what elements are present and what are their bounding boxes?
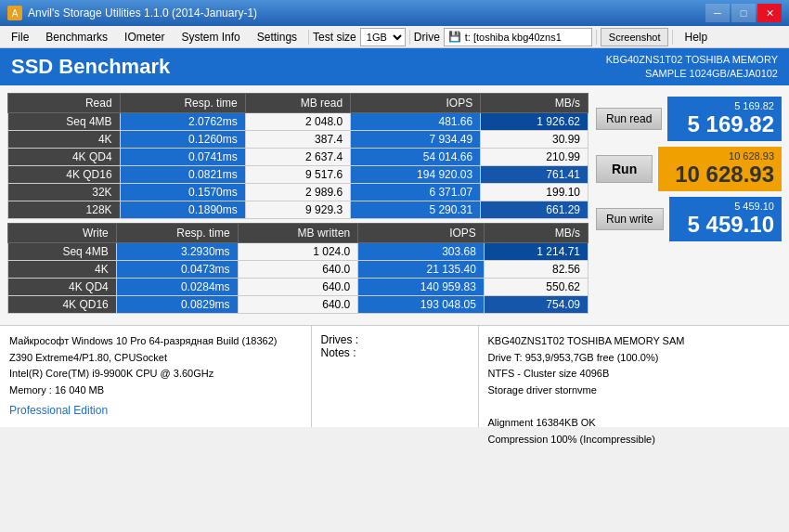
device-info-0: KBG40ZNS1T02 TOSHIBA MEMORY SAM bbox=[488, 333, 781, 350]
separator-4 bbox=[672, 30, 673, 45]
device-info-1: Drive T: 953,9/953,7GB free (100.0%) bbox=[488, 350, 781, 367]
table-row: 4K QD4 0.0284ms 640.0 140 959.83 550.62 bbox=[8, 279, 589, 296]
read-score-large: 5 169.82 bbox=[675, 111, 774, 137]
testsize-group: Test size 1GB bbox=[313, 28, 406, 46]
drives-label: Drives : bbox=[321, 333, 469, 346]
write-score-box: 5 459.10 5 459.10 bbox=[669, 197, 782, 241]
device-info-5: Alignment 16384KB OK bbox=[488, 415, 781, 432]
testsize-label: Test size bbox=[313, 31, 356, 44]
bottom-sysinfo: Майкрософт Windows 10 Pro 64-разрядная B… bbox=[0, 326, 312, 427]
sysinfo-line-0: Майкрософт Windows 10 Pro 64-разрядная B… bbox=[9, 333, 302, 350]
run-write-row: Run write 5 459.10 5 459.10 bbox=[596, 197, 782, 241]
bottom-area: Майкрософт Windows 10 Pro 64-разрядная B… bbox=[0, 325, 789, 427]
write-col-3: IOPS bbox=[358, 224, 485, 243]
menu-bar: File Benchmarks IOmeter System Info Sett… bbox=[0, 26, 789, 48]
run-write-button[interactable]: Run write bbox=[596, 208, 664, 230]
separator-2 bbox=[409, 30, 410, 45]
separator-3 bbox=[596, 30, 597, 45]
window-title: Anvil's Storage Utilities 1.1.0 (2014-Ja… bbox=[28, 6, 257, 19]
read-score-small: 5 169.82 bbox=[675, 100, 774, 111]
table-row: 128K 0.1890ms 9 929.3 5 290.31 661.29 bbox=[8, 201, 589, 219]
write-col-0: Write bbox=[8, 224, 117, 243]
read-col-3: IOPS bbox=[351, 94, 481, 113]
app-icon: A bbox=[7, 6, 22, 20]
run-read-button[interactable]: Run read bbox=[596, 108, 662, 130]
menu-iometer[interactable]: IOmeter bbox=[117, 27, 172, 47]
table-row: Seq 4MB 3.2930ms 1 024.0 303.68 1 214.71 bbox=[8, 243, 589, 261]
write-col-1: Resp. time bbox=[116, 224, 238, 243]
bench-tables: Read Resp. time MB read IOPS MB/s Seq 4M… bbox=[7, 93, 589, 314]
read-score-box: 5 169.82 5 169.82 bbox=[667, 97, 782, 141]
minimize-button[interactable]: ─ bbox=[705, 4, 730, 22]
close-button[interactable]: ✕ bbox=[757, 4, 782, 22]
device-info-4 bbox=[488, 398, 781, 415]
menu-sysinfo[interactable]: System Info bbox=[174, 27, 247, 47]
pro-edition-label: Professional Edition bbox=[9, 402, 302, 420]
read-col-1: Resp. time bbox=[120, 94, 245, 113]
read-col-2: MB read bbox=[245, 94, 350, 113]
run-total-row: Run 10 628.93 10 628.93 bbox=[596, 147, 782, 191]
screenshot-button[interactable]: Screenshot bbox=[601, 28, 669, 46]
drive-select[interactable]: 💾 t: [toshiba kbg40zns1 bbox=[444, 28, 592, 46]
device-line2: SAMPLE 1024GB/AEJA0102 bbox=[606, 67, 778, 81]
write-table: Write Resp. time MB written IOPS MB/s Se… bbox=[7, 223, 589, 314]
right-panel: Run read 5 169.82 5 169.82 Run 10 628.93… bbox=[596, 93, 782, 314]
menu-benchmarks[interactable]: Benchmarks bbox=[38, 27, 115, 47]
bottom-drives-notes: Drives : Notes : bbox=[312, 326, 479, 427]
table-row: Seq 4MB 2.0762ms 2 048.0 481.66 1 926.62 bbox=[8, 113, 589, 131]
drive-icon: 💾 bbox=[448, 31, 461, 43]
total-score-large: 10 628.93 bbox=[666, 162, 774, 188]
separator-1 bbox=[308, 30, 309, 45]
write-col-4: MB/s bbox=[484, 224, 588, 243]
drive-value: t: [toshiba kbg40zns1 bbox=[465, 32, 562, 43]
notes-label: Notes : bbox=[321, 346, 469, 359]
menu-file[interactable]: File bbox=[4, 27, 36, 47]
device-info-3: Storage driver stornvme bbox=[488, 383, 781, 399]
device-info-2: NTFS - Cluster size 4096B bbox=[488, 366, 781, 383]
run-read-row: Run read 5 169.82 5 169.82 bbox=[596, 97, 782, 141]
device-info: KBG40ZNS1T02 TOSHIBA MEMORY SAMPLE 1024G… bbox=[606, 53, 778, 82]
main-content: Read Resp. time MB read IOPS MB/s Seq 4M… bbox=[0, 85, 789, 427]
write-score-large: 5 459.10 bbox=[677, 212, 774, 238]
window-controls[interactable]: ─ □ ✕ bbox=[705, 4, 782, 22]
title-bar: A Anvil's Storage Utilities 1.1.0 (2014-… bbox=[0, 0, 789, 26]
ssd-header: SSD Benchmark KBG40ZNS1T02 TOSHIBA MEMOR… bbox=[0, 48, 789, 85]
write-score-small: 5 459.10 bbox=[677, 201, 774, 212]
maximize-button[interactable]: □ bbox=[731, 4, 756, 22]
table-row: 4K QD16 0.0829ms 640.0 193 048.05 754.09 bbox=[8, 296, 589, 314]
write-col-2: MB written bbox=[238, 224, 358, 243]
table-row: 4K QD4 0.0741ms 2 637.4 54 014.66 210.99 bbox=[8, 149, 589, 166]
table-row: 4K 0.0473ms 640.0 21 135.40 82.56 bbox=[8, 261, 589, 279]
read-table: Read Resp. time MB read IOPS MB/s Seq 4M… bbox=[7, 93, 589, 219]
total-score-small: 10 628.93 bbox=[666, 150, 774, 162]
device-line1: KBG40ZNS1T02 TOSHIBA MEMORY bbox=[606, 53, 778, 67]
menu-settings[interactable]: Settings bbox=[250, 27, 304, 47]
drive-group: Drive 💾 t: [toshiba kbg40zns1 bbox=[414, 28, 592, 46]
ssd-title: SSD Benchmark bbox=[11, 55, 170, 79]
table-row: 32K 0.1570ms 2 989.6 6 371.07 199.10 bbox=[8, 184, 589, 201]
total-score-box: 10 628.93 10 628.93 bbox=[658, 147, 782, 191]
sysinfo-line-2: Intel(R) Core(TM) i9-9900K CPU @ 3.60GHz bbox=[9, 366, 302, 383]
sysinfo-line-1: Z390 Extreme4/P1.80, CPUSocket bbox=[9, 350, 302, 367]
testsize-select[interactable]: 1GB bbox=[360, 28, 406, 46]
read-col-4: MB/s bbox=[481, 94, 589, 113]
bottom-device-info: KBG40ZNS1T02 TOSHIBA MEMORY SAM Drive T:… bbox=[479, 326, 790, 427]
read-col-0: Read bbox=[8, 94, 121, 113]
sysinfo-line-3: Memory : 16 040 MB bbox=[9, 383, 302, 399]
device-info-6: Compression 100% (Incompressible) bbox=[488, 432, 781, 448]
drive-label: Drive bbox=[414, 31, 440, 44]
table-row: 4K QD16 0.0821ms 9 517.6 194 920.03 761.… bbox=[8, 166, 589, 184]
run-button[interactable]: Run bbox=[596, 155, 653, 183]
title-bar-left: A Anvil's Storage Utilities 1.1.0 (2014-… bbox=[7, 6, 257, 20]
menu-help[interactable]: Help bbox=[677, 27, 715, 47]
table-row: 4K 0.1260ms 387.4 7 934.49 30.99 bbox=[8, 131, 589, 149]
bench-area: Read Resp. time MB read IOPS MB/s Seq 4M… bbox=[0, 85, 789, 321]
